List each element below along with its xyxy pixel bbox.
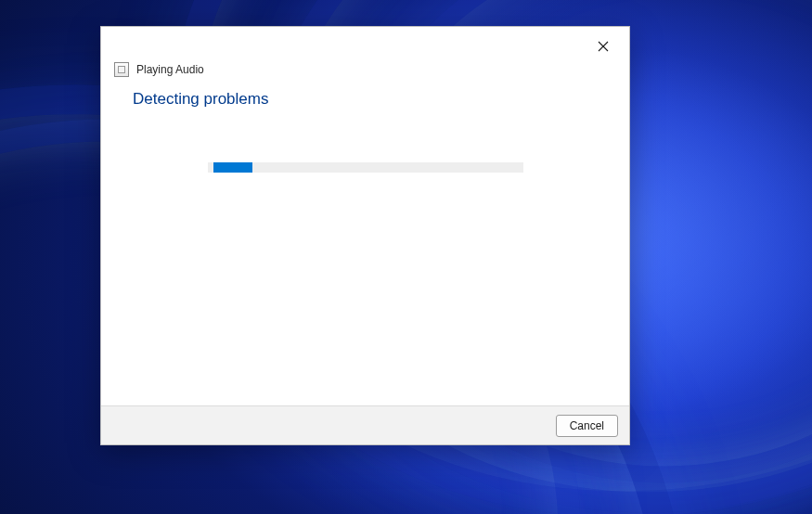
cancel-button[interactable]: Cancel [556, 415, 618, 437]
dialog-titlebar [101, 27, 629, 62]
troubleshooter-dialog: Playing Audio Detecting problems Cancel [100, 26, 630, 445]
dialog-header: Playing Audio [101, 62, 629, 83]
progress-bar [208, 162, 523, 173]
dialog-footer: Cancel [101, 405, 629, 444]
close-button[interactable] [583, 32, 624, 60]
troubleshooter-icon [114, 62, 129, 77]
close-icon [598, 41, 609, 52]
dialog-body: Detecting problems [101, 83, 629, 405]
dialog-title: Playing Audio [136, 63, 204, 76]
progress-fill [213, 162, 252, 173]
status-heading: Detecting problems [133, 90, 598, 109]
